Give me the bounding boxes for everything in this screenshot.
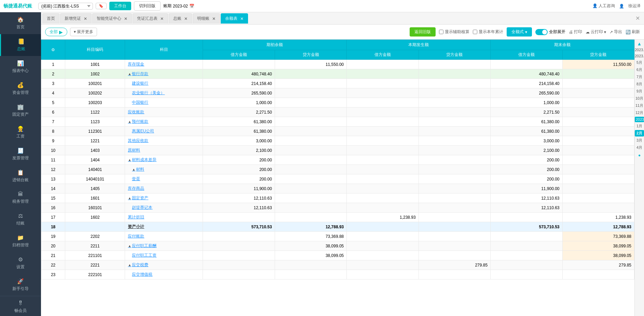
side-panel-up-arrow[interactable]: ▲	[637, 41, 642, 46]
side-panel-month-10[interactable]: 10月	[635, 95, 644, 102]
company-selector[interactable]: (劣前) 江西股生-LSS	[38, 3, 93, 10]
tab-general-ledger-close[interactable]: ✕	[184, 16, 188, 21]
row-code: 112301	[65, 127, 125, 136]
tab-home[interactable]: 首页	[42, 13, 59, 24]
tab-new-voucher-close[interactable]: ✕	[84, 16, 87, 21]
row-name[interactable]: ▲应付职工薪酬	[125, 241, 203, 251]
row-name[interactable]: 农业银行（美金）	[125, 88, 203, 98]
side-panel-month-6[interactable]: 6月	[635, 67, 644, 73]
full-format-button[interactable]: 全额式 ▾	[507, 27, 532, 37]
refresh-button[interactable]: 🔄 刷新	[626, 29, 640, 35]
side-panel-month-5[interactable]: 5月	[635, 59, 644, 66]
tab-detail-ledger[interactable]: 明细账 ✕	[193, 13, 220, 24]
row-name[interactable]: 惠属EU公司	[125, 127, 203, 136]
row-amount-3	[419, 203, 490, 213]
row-amount-3: 279.85	[419, 260, 490, 270]
row-name[interactable]: 应收账款	[125, 107, 203, 117]
row-name[interactable]: 应付职工工资	[125, 251, 203, 260]
sidebar-item-archive[interactable]: 📁 归档管理	[0, 230, 41, 252]
side-panel-month-9[interactable]: 9月	[635, 88, 644, 95]
tab-general-ledger[interactable]: 总账 ✕	[169, 13, 192, 24]
row-name[interactable]: 应交增值税	[125, 270, 203, 279]
sidebar-item-tax[interactable]: 🏛 税务管理	[0, 187, 41, 209]
cloud-print-button[interactable]: ☁ 云打印 ▾	[586, 29, 606, 35]
row-name[interactable]: 其他应收款	[125, 136, 203, 146]
row-name[interactable]: ▲材料	[125, 165, 203, 174]
switch-version-button[interactable]: 切到旧版	[134, 1, 161, 11]
toggle-switch-control[interactable]	[535, 29, 548, 35]
tab-voucher-summary[interactable]: 凭证汇总表 ✕	[133, 13, 168, 24]
tab-new-voucher[interactable]: 新增凭证 ✕	[60, 13, 92, 24]
row-name[interactable]: ▲预付账款	[125, 117, 203, 127]
export-button[interactable]: ↗ 导出	[609, 29, 622, 35]
side-panel-active-month[interactable]: 2月	[635, 130, 644, 137]
tab-balance-sheet[interactable]: 余额表 ✕	[221, 13, 248, 24]
side-panel-month-4[interactable]: 4月	[635, 144, 644, 151]
row-name[interactable]: 资产小计	[125, 222, 203, 232]
sidebar-item-member[interactable]: 🎖 畅会员	[0, 296, 41, 316]
row-name[interactable]: 建设银行	[125, 79, 203, 88]
side-panel-month-3[interactable]: 3月	[635, 137, 644, 144]
tab-voucher-summary-close[interactable]: ✕	[160, 16, 164, 21]
sidebar-item-salary[interactable]: 👷 工资	[0, 121, 41, 143]
sidebar-item-sales[interactable]: 📋 进销台账	[0, 165, 41, 187]
row-amount-5: 38,099.05	[562, 251, 634, 260]
tab-detail-ledger-close[interactable]: ✕	[212, 16, 216, 21]
row-code: 1602	[65, 213, 125, 222]
row-name[interactable]: 壹蛋	[125, 174, 203, 184]
user-service[interactable]: 👤 人工咨询	[592, 3, 615, 9]
print-button[interactable]: 🖨 打印	[569, 29, 582, 35]
return-button[interactable]: 返回旧版	[410, 27, 436, 37]
side-panel-year-2023-1[interactable]: 2023.	[635, 47, 644, 53]
show-auxiliary-checkbox[interactable]: 显示辅助核算	[439, 29, 469, 35]
row-name[interactable]: 应付账款	[125, 232, 203, 241]
tab-smart-voucher-close[interactable]: ✕	[124, 16, 127, 21]
side-panel-month-8[interactable]: 8月	[635, 81, 644, 87]
row-amount-1: 11,550.00	[275, 60, 346, 69]
side-panel-dot[interactable]: ●	[638, 153, 641, 158]
sidebar-item-fixed-assets[interactable]: 🏢 固定资产	[0, 100, 41, 121]
show-year-total-checkbox[interactable]: 显示本年累计	[473, 29, 503, 35]
user-avatar[interactable]: 👤	[619, 4, 624, 9]
side-panel-month-7[interactable]: 7月	[635, 74, 644, 80]
row-name[interactable]: ▲应交税费	[125, 260, 203, 270]
row-name[interactable]: 累计折旧	[125, 213, 203, 222]
row-name[interactable]: ▲银行存款	[125, 69, 203, 79]
workspace-button[interactable]: 工作台	[109, 2, 131, 10]
side-panel-month-1[interactable]: 1月	[635, 123, 644, 129]
side-panel-year-2023-2[interactable]: 2023.	[635, 53, 644, 59]
calendar-icon[interactable]: 📅	[189, 4, 194, 9]
auxiliary-checkbox-input[interactable]	[439, 30, 443, 34]
expand-more-button[interactable]: ▾ 展开更多	[70, 28, 97, 36]
side-panel-month-12[interactable]: 12月	[635, 110, 644, 116]
row-no: 2	[41, 69, 65, 79]
tab-balance-sheet-close[interactable]: ✕	[240, 16, 244, 21]
sidebar-item-home[interactable]: 🏠 首页	[0, 12, 41, 34]
sidebar-item-ledger[interactable]: 📒 总账	[0, 34, 41, 56]
tab-smart-voucher-label: 智能凭证中心	[97, 16, 121, 21]
sidebar-item-settings[interactable]: ⚙ 设置	[0, 252, 41, 274]
salary-icon: 👷	[17, 126, 24, 132]
row-name[interactable]: 库存商品	[125, 184, 203, 193]
sidebar-label-salary: 工资	[16, 133, 25, 139]
side-panel-active-year[interactable]: 2023	[635, 117, 644, 122]
filter-all-button[interactable]: 全部 ▶	[45, 28, 67, 36]
side-panel-month-11[interactable]: 11月	[635, 102, 644, 109]
sidebar-item-close[interactable]: ⚖ 结账	[0, 209, 41, 230]
col-settings-header[interactable]: ⚙	[41, 40, 65, 60]
row-name[interactable]: ▲固定资产	[125, 193, 203, 203]
row-name[interactable]: 原材料	[125, 146, 203, 155]
row-name[interactable]: 中国银行	[125, 98, 203, 107]
year-total-checkbox-input[interactable]	[473, 30, 477, 34]
sidebar-item-invoice[interactable]: 🧾 发票管理	[0, 143, 41, 165]
tab-smart-voucher[interactable]: 智能凭证中心 ✕	[92, 13, 132, 24]
col-name-header: 科目	[125, 40, 203, 60]
bookmark-icon[interactable]: 🔖	[96, 3, 107, 9]
tab-close-window[interactable]: ✕	[633, 13, 643, 24]
sidebar-item-report[interactable]: 📊 报表中心	[0, 56, 41, 78]
row-name[interactable]: 库存现金	[125, 60, 203, 69]
sidebar-item-capital[interactable]: 💰 资金管理	[0, 78, 41, 100]
sidebar-item-guide[interactable]: 🚀 新手引导	[0, 274, 41, 296]
row-name[interactable]: 赵堤墨记本	[125, 203, 203, 213]
row-name[interactable]: ▲材料成本差异	[125, 155, 203, 165]
